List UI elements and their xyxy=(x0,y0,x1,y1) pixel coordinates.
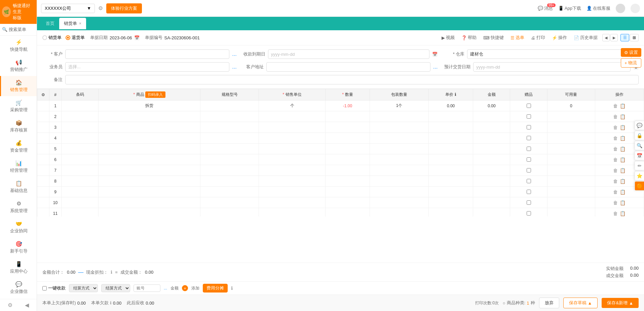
row-gift-cell[interactable] xyxy=(510,111,547,122)
row-spec-cell[interactable] xyxy=(200,144,259,154)
row-product-cell[interactable] xyxy=(99,111,200,122)
row-delete-icon[interactable]: 🗑 xyxy=(613,200,618,205)
row-spec-cell[interactable] xyxy=(200,165,259,176)
prev-record-btn[interactable]: ◀ xyxy=(602,34,610,41)
sidebar-collapse-btn[interactable]: ◀ xyxy=(25,302,29,308)
row-qty-cell[interactable] xyxy=(325,197,370,208)
row-qty-cell[interactable] xyxy=(325,176,370,187)
row-delete-icon[interactable]: 🗑 xyxy=(613,103,618,109)
row-spec-cell[interactable] xyxy=(200,122,259,133)
row-pkg-qty-cell[interactable] xyxy=(370,111,429,122)
row-spec-cell[interactable] xyxy=(200,154,259,165)
right-panel-lock-btn[interactable]: 🔒 xyxy=(635,131,644,140)
row-unit-cell[interactable] xyxy=(259,165,325,176)
sidebar-item-purchase-mgmt[interactable]: 🛒 采购管理 xyxy=(0,96,37,116)
row-unit-price-cell[interactable] xyxy=(428,144,473,154)
right-panel-orange-btn[interactable]: 🟠 xyxy=(635,181,644,191)
row-unit-cell[interactable] xyxy=(259,208,325,217)
sidebar-settings-btn[interactable]: ⚙ xyxy=(8,302,12,308)
sidebar-item-wechat[interactable]: 💬 企业微信 xyxy=(0,278,37,298)
user-avatar-2[interactable] xyxy=(631,4,640,13)
row-spec-cell[interactable] xyxy=(200,111,259,122)
row-pkg-qty-cell[interactable] xyxy=(370,133,429,144)
payment-method-select[interactable]: 结算方式 xyxy=(101,284,130,292)
row-copy-icon[interactable]: 📋 xyxy=(620,125,626,130)
shortcut-btn[interactable]: ⌨ 快捷键 xyxy=(481,34,506,42)
row-unit-cell[interactable] xyxy=(259,154,325,165)
payment-due-input[interactable]: yyyy-mm-dd xyxy=(268,49,430,59)
sidebar-item-enterprise[interactable]: 🤝 企业协同 xyxy=(0,217,37,237)
radio-sales[interactable]: 销货单 xyxy=(42,35,62,41)
row-product-cell[interactable] xyxy=(99,208,200,217)
row-gift-cell[interactable] xyxy=(510,101,547,111)
row-unit-price-cell[interactable] xyxy=(428,165,473,176)
row-amount-cell[interactable] xyxy=(473,176,510,187)
row-copy-icon[interactable]: 📋 xyxy=(620,179,626,184)
row-unit-cell[interactable] xyxy=(259,176,325,187)
row-product-cell[interactable]: 拆货 xyxy=(99,101,200,111)
one-click-pay-checkbox[interactable]: 一键收款 xyxy=(42,285,66,291)
row-qty-cell[interactable]: -1.00 xyxy=(325,101,370,111)
row-amount-cell[interactable] xyxy=(473,122,510,133)
row-unit-cell[interactable] xyxy=(259,144,325,154)
tab-close-icon[interactable]: × xyxy=(79,21,81,26)
row-amount-cell[interactable] xyxy=(473,165,510,176)
row-amount-cell[interactable] xyxy=(473,144,510,154)
row-delete-icon[interactable]: 🗑 xyxy=(613,146,618,152)
row-product-cell[interactable] xyxy=(99,176,200,187)
row-barcode-cell[interactable] xyxy=(62,144,99,154)
row-amount-cell[interactable] xyxy=(473,111,510,122)
row-delete-icon[interactable]: 🗑 xyxy=(613,157,618,162)
row-unit-price-cell[interactable] xyxy=(428,122,473,133)
logistics-btn[interactable]: + 物流 xyxy=(621,58,641,68)
warehouse-input[interactable]: 建材仓 xyxy=(467,49,631,59)
row-barcode-cell[interactable] xyxy=(62,111,99,122)
row-amount-cell[interactable] xyxy=(473,154,510,165)
row-copy-icon[interactable]: 📋 xyxy=(620,189,626,195)
right-panel-star-btn[interactable]: ⭐ xyxy=(635,171,644,181)
filter-btn[interactable]: ☰ 选单 xyxy=(508,34,526,42)
row-qty-cell[interactable] xyxy=(325,187,370,197)
row-copy-icon[interactable]: 📋 xyxy=(620,168,626,173)
row-gift-cell[interactable] xyxy=(510,187,547,197)
th-settings[interactable]: ⚙ xyxy=(37,89,49,101)
app-download-btn[interactable]: 📱 App下载 xyxy=(558,5,581,11)
history-btn[interactable]: 📄 历史单据 xyxy=(572,34,600,42)
row-barcode-cell[interactable] xyxy=(62,165,99,176)
row-spec-cell[interactable] xyxy=(200,101,259,111)
account-input[interactable] xyxy=(134,284,160,292)
row-product-cell[interactable] xyxy=(99,165,200,176)
user-avatar[interactable] xyxy=(616,4,625,13)
sidebar-item-inventory[interactable]: 📦 库存核算 xyxy=(0,116,37,137)
row-spec-cell[interactable] xyxy=(200,176,259,187)
settings-btn[interactable]: ⚙ 设置 xyxy=(621,48,641,57)
row-qty-cell[interactable] xyxy=(325,122,370,133)
header-gear-icon[interactable]: ⚙ xyxy=(98,5,103,11)
row-unit-cell[interactable] xyxy=(259,133,325,144)
row-qty-cell[interactable] xyxy=(325,144,370,154)
sidebar-item-operations[interactable]: 📊 经营管理 xyxy=(0,157,37,177)
right-panel-chat-btn[interactable]: 💬 xyxy=(635,121,644,130)
settlement-method-select[interactable]: 结算方式 xyxy=(69,284,98,292)
row-spec-cell[interactable] xyxy=(200,187,259,197)
row-unit-price-cell[interactable] xyxy=(428,133,473,144)
customer-input[interactable] xyxy=(65,49,229,59)
row-amount-cell[interactable]: 0.00 xyxy=(473,101,510,111)
row-barcode-cell[interactable] xyxy=(62,122,99,133)
row-qty-cell[interactable] xyxy=(325,133,370,144)
row-copy-icon[interactable]: 📋 xyxy=(620,211,626,216)
right-panel-calendar-btn[interactable]: 📅 xyxy=(635,151,644,160)
row-unit-cell[interactable]: 个 xyxy=(259,101,325,111)
grid-view-btn[interactable]: ⊞ xyxy=(630,34,639,41)
row-copy-icon[interactable]: 📋 xyxy=(620,114,626,119)
row-pkg-qty-cell[interactable] xyxy=(370,122,429,133)
table-scroll[interactable]: ⚙ # 条码 * 商品 扫码录入 规格型号 * 销售单位 * 数量 包装数量 单 xyxy=(37,89,644,217)
row-barcode-cell[interactable] xyxy=(62,133,99,144)
row-product-cell[interactable] xyxy=(99,144,200,154)
sidebar-item-app-center[interactable]: 📱 应用中心 xyxy=(0,258,37,278)
row-product-cell[interactable] xyxy=(99,133,200,144)
row-spec-cell[interactable] xyxy=(200,197,259,208)
row-unit-price-cell[interactable] xyxy=(428,154,473,165)
row-unit-cell[interactable] xyxy=(259,187,325,197)
remark-input[interactable] xyxy=(65,75,639,84)
